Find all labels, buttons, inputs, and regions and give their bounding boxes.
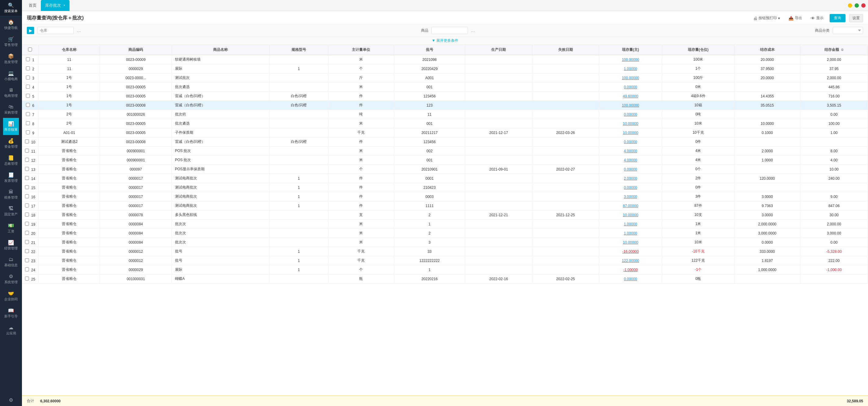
cell-qty-main-10[interactable]: 4.00000 xyxy=(599,146,662,156)
cell-qty-main-20[interactable]: 10.00000 xyxy=(599,238,662,247)
row-checkbox-2[interactable] xyxy=(26,75,30,79)
row-checkbox-4[interactable] xyxy=(26,94,30,98)
cell-cost-18: 2,000.0000 xyxy=(735,219,800,229)
sidebar-item-12[interactable]: 💵工资 xyxy=(3,219,19,237)
sidebar-item-15[interactable]: ⚙系统管理 xyxy=(3,270,19,287)
row-checkbox-12[interactable] xyxy=(25,167,29,171)
cell-qty-main-15[interactable]: 3.00000 xyxy=(599,192,662,201)
cell-qty-main-0[interactable]: 100.00000 xyxy=(599,55,662,64)
goods-input[interactable] xyxy=(431,27,468,34)
cell-spec-14: 1 xyxy=(270,183,328,192)
sidebar-item-8[interactable]: 📒总账管理 xyxy=(3,152,19,169)
sidebar-item-4[interactable]: 🖥电商管理 xyxy=(3,84,19,101)
cell-qty-main-6[interactable]: 0.00000 xyxy=(599,110,662,119)
cell-qty-main-14[interactable]: 0.00000 xyxy=(599,183,662,192)
sidebar-item-0[interactable]: 🏠快捷导航 xyxy=(3,16,19,33)
row-checkbox-16[interactable] xyxy=(25,203,29,207)
window-maximize-button[interactable] xyxy=(855,3,859,8)
window-close-button[interactable] xyxy=(861,3,866,8)
cell-qty-main-21[interactable]: -16.00000 xyxy=(599,247,662,256)
print-button[interactable]: 🖨 按钮预打印 ▾ xyxy=(751,14,782,22)
cell-qty-main-18[interactable]: 1.00000 xyxy=(599,219,662,229)
export-button[interactable]: 📤 导出 xyxy=(786,14,805,22)
tab-close-icon[interactable]: × xyxy=(63,4,65,7)
cell-qty-main-16[interactable]: 87.00000 xyxy=(599,201,662,210)
row-checkbox-3[interactable] xyxy=(26,85,30,89)
row-checkbox-18[interactable] xyxy=(25,222,29,226)
cell-qty-main-13[interactable]: 2.00000 xyxy=(599,174,662,183)
row-checkbox-24[interactable] xyxy=(25,276,29,280)
row-checkbox-11[interactable] xyxy=(25,158,29,162)
warehouse-input[interactable] xyxy=(37,27,74,34)
row-checkbox-21[interactable] xyxy=(25,249,29,253)
tab-inventory-batch[interactable]: 库存批次 × xyxy=(41,0,69,11)
row-checkbox-15[interactable] xyxy=(25,194,29,198)
display-button[interactable]: 👁 显示 xyxy=(808,14,826,22)
select-all-checkbox[interactable] xyxy=(28,47,32,52)
cell-prod-date-10 xyxy=(465,146,532,156)
cell-qty-main-9[interactable]: 0.00000 xyxy=(599,137,662,146)
cell-qty-main-23[interactable]: -1.00000 xyxy=(599,265,662,274)
balance-info-icon[interactable]: ① xyxy=(841,48,844,52)
sidebar-item-14[interactable]: 🗂基础信息 xyxy=(3,254,19,270)
cell-qty-main-7[interactable]: 10.00000 xyxy=(599,119,662,128)
cell-cost-21: 333.0000 xyxy=(735,247,800,256)
cell-qty-main-8[interactable]: 10.00000 xyxy=(599,128,662,137)
warehouse-dots[interactable]: ... xyxy=(75,28,82,33)
window-minimize-button[interactable] xyxy=(848,3,852,8)
expand-conditions-link[interactable]: ▼ 展开更多条件 xyxy=(27,38,863,43)
sidebar-item-3[interactable]: 💻小腊电商 xyxy=(3,67,19,84)
sidebar-item-settings[interactable]: ⚙ xyxy=(0,394,22,406)
sidebar-item-2[interactable]: 📦批发管理 xyxy=(3,50,19,67)
cell-qty-main-22[interactable]: 122.00000 xyxy=(599,256,662,265)
cell-qty-main-12[interactable]: 0.00000 xyxy=(599,165,662,174)
cell-balance-22: 222.00 xyxy=(800,256,868,265)
sidebar-item-17[interactable]: 📖新手引导 xyxy=(3,305,19,322)
sidebar-item-11[interactable]: 🏗固定资产 xyxy=(3,203,19,219)
cell-index-15: 16 xyxy=(22,192,38,201)
row-checkbox-7[interactable] xyxy=(26,121,30,125)
sidebar-logo[interactable]: 🔍 搜索菜单 xyxy=(0,0,22,16)
sidebar-item-7[interactable]: 💰资金管理 xyxy=(3,135,19,152)
cell-qty-main-3[interactable]: 0.00000 xyxy=(599,82,662,92)
cell-qty-main-4[interactable]: 49.60000 xyxy=(599,92,662,101)
cell-prod-date-15 xyxy=(465,192,532,201)
row-checkbox-19[interactable] xyxy=(25,231,29,235)
cell-qty-main-5[interactable]: 100.00000 xyxy=(599,101,662,110)
row-checkbox-23[interactable] xyxy=(25,267,29,271)
sidebar-item-18[interactable]: ☁云应用 xyxy=(3,322,19,339)
row-checkbox-22[interactable] xyxy=(25,258,29,262)
sidebar-item-1[interactable]: 🛒零售管理 xyxy=(3,33,19,50)
query-button[interactable]: 查询 xyxy=(830,14,845,22)
sidebar-item-16[interactable]: 🤝企业协同 xyxy=(3,287,19,305)
sidebar-item-13[interactable]: 📈经营管理 xyxy=(3,237,19,254)
sidebar-item-5[interactable]: 🛍采购管理 xyxy=(3,101,19,118)
sidebar-item-9[interactable]: 🧾发票管理 xyxy=(3,169,19,186)
cell-qty-main-1[interactable]: 1.00000 xyxy=(599,64,662,73)
row-checkbox-10[interactable] xyxy=(25,149,29,153)
row-checkbox-6[interactable] xyxy=(26,112,30,116)
cell-qty-main-2[interactable]: 100.00000 xyxy=(599,73,662,82)
row-checkbox-1[interactable] xyxy=(26,66,30,70)
row-checkbox-9[interactable] xyxy=(25,139,29,143)
tab-home[interactable]: 首页 xyxy=(24,0,41,11)
row-checkbox-20[interactable] xyxy=(25,240,29,244)
cell-spec-18 xyxy=(270,219,328,229)
settings-button[interactable]: 设置 xyxy=(849,14,863,22)
table-row: 2 11 0000029 展际 1 个 20220429 1.00000 1个 … xyxy=(22,64,868,73)
filter-arrow-button[interactable]: ▶ xyxy=(27,27,34,34)
cell-qty-main-17[interactable]: 10.00000 xyxy=(599,210,662,219)
row-checkbox-14[interactable] xyxy=(25,185,29,189)
category-select[interactable] xyxy=(833,27,863,34)
goods-dots[interactable]: ... xyxy=(470,28,476,33)
row-checkbox-5[interactable] xyxy=(26,103,30,107)
cell-qty-main-24[interactable]: 0.00000 xyxy=(599,274,662,283)
row-checkbox-0[interactable] xyxy=(26,57,30,61)
cell-qty-main-19[interactable]: 1.00000 xyxy=(599,229,662,238)
cell-qty-main-11[interactable]: 4.00000 xyxy=(599,156,662,165)
row-checkbox-13[interactable] xyxy=(25,176,29,180)
sidebar-item-6[interactable]: 📊库存核算 xyxy=(3,118,19,135)
row-checkbox-17[interactable] xyxy=(25,212,29,216)
row-checkbox-8[interactable] xyxy=(26,130,30,134)
sidebar-item-10[interactable]: 🏛税务管理 xyxy=(3,186,19,203)
